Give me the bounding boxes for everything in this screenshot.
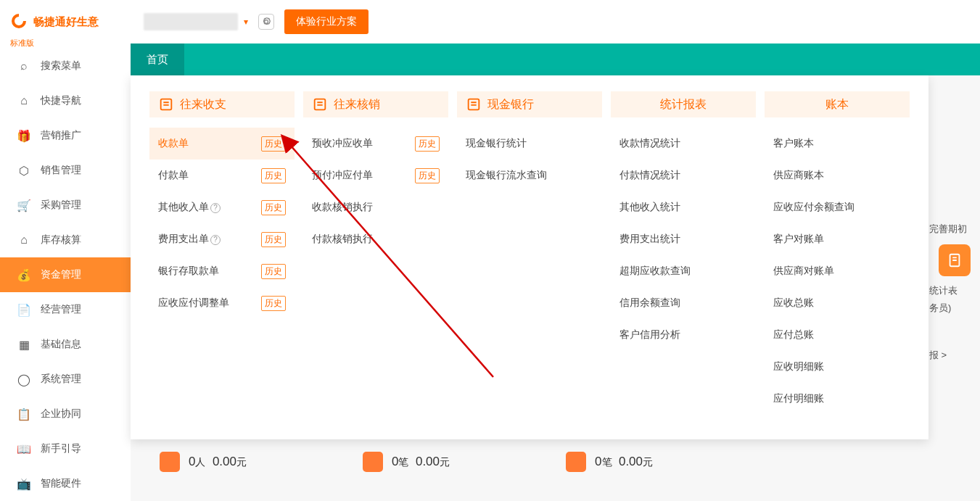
stat-2: 0笔 0.00元 [566, 452, 653, 472]
megamenu-item[interactable]: 预付冲应付单历史 [303, 160, 448, 191]
history-tag[interactable]: 历史 [261, 296, 286, 311]
megamenu-item[interactable]: 收款单历史 [149, 128, 295, 160]
megamenu-item-label: 应收明细账 [773, 360, 824, 373]
megamenu-item[interactable]: 付款情况统计 [611, 160, 756, 191]
megamenu-item[interactable]: 超期应收款查询 [611, 255, 756, 287]
sidebar-item-12[interactable]: 📺智能硬件 [0, 466, 131, 501]
stat-icon [363, 452, 383, 472]
sidebar-item-10[interactable]: 📋企业协同 [0, 397, 131, 431]
megamenu-item[interactable]: 银行存取款单历史 [149, 255, 295, 287]
doc-icon[interactable] [939, 244, 971, 276]
sidebar-icon: 📖 [17, 442, 30, 455]
megamenu-item[interactable]: 付款单历史 [149, 160, 295, 191]
megamenu-item[interactable]: 预收冲应收单历史 [303, 128, 448, 160]
stat-icon [160, 452, 180, 472]
sidebar-icon: 🛒 [17, 199, 30, 212]
history-tag[interactable]: 历史 [415, 136, 440, 152]
sidebar-item-1[interactable]: ⌂快捷导航 [0, 83, 131, 118]
topbar: ▾ 体验行业方案 [131, 0, 980, 44]
sidebar-item-label: 营销推广 [41, 129, 81, 142]
try-plan-button[interactable]: 体验行业方案 [284, 9, 368, 34]
sidebar-item-8[interactable]: ▦基础信息 [0, 327, 131, 362]
sidebar-item-label: 资金管理 [41, 268, 81, 281]
megamenu-item-label: 应收应付调整单 [158, 297, 229, 310]
sidebar-item-label: 系统管理 [41, 373, 81, 386]
megamenu-item[interactable]: 应收明细账 [765, 351, 910, 383]
sidebar-icon: 📋 [17, 407, 30, 421]
megamenu-item-label: 应收应付余额查询 [773, 201, 855, 214]
megamenu-item-label: 供应商对账单 [773, 265, 834, 278]
megamenu-item-label: 超期应收款查询 [619, 265, 691, 278]
gear-icon[interactable] [258, 14, 274, 30]
sidebar-icon: ◯ [17, 373, 30, 386]
brand-edition: 标准版 [10, 38, 131, 49]
megamenu-item-label: 预收冲应收单 [312, 137, 373, 150]
sidebar-icon: ⬡ [17, 164, 30, 177]
megamenu-item-label: 收款核销执行 [312, 201, 373, 214]
megamenu-item[interactable]: 供应商账本 [765, 160, 910, 191]
sidebar-item-4[interactable]: 🛒采购管理 [0, 188, 131, 223]
megamenu-col-1: 往来核销预收冲应收单历史预付冲应付单历史收款核销执行付款核销执行 [303, 91, 448, 415]
sidebar-item-5[interactable]: ⌂库存核算 [0, 223, 131, 257]
megamenu-item-label: 信用余额查询 [619, 297, 680, 310]
sidebar-item-label: 快捷导航 [41, 94, 81, 107]
sidebar-item-2[interactable]: 🎁营销推广 [0, 118, 131, 153]
megamenu-item-label: 现金银行统计 [466, 137, 527, 150]
sidebar-item-label: 采购管理 [41, 199, 81, 212]
megamenu-item[interactable]: 客户账本 [765, 128, 910, 160]
history-tag[interactable]: 历史 [261, 136, 286, 152]
megamenu-item-label: 其他收入统计 [619, 201, 680, 214]
history-tag[interactable]: 历史 [261, 264, 286, 279]
history-tag[interactable]: 历史 [261, 168, 286, 183]
megamenu-item[interactable]: 费用支出单?历史 [149, 223, 295, 255]
megamenu-col-0: 往来收支收款单历史付款单历史其他收入单?历史费用支出单?历史银行存取款单历史应收… [149, 91, 295, 415]
tab-home[interactable]: 首页 [131, 44, 184, 75]
stat-text: 0笔 0.00元 [595, 455, 653, 469]
sidebar-item-6[interactable]: 💰资金管理 [0, 257, 131, 292]
megamenu-item-label: 收款情况统计 [619, 137, 680, 150]
history-tag[interactable]: 历史 [415, 168, 440, 183]
megamenu-item[interactable]: 现金银行统计 [457, 128, 602, 160]
megamenu-item[interactable]: 现金银行流水查询 [457, 160, 602, 191]
megamenu-item[interactable]: 应收总账 [765, 287, 910, 319]
megamenu-item-label: 客户账本 [773, 137, 814, 150]
megamenu-item[interactable]: 收款情况统计 [611, 128, 756, 160]
sidebar-icon: ⌂ [17, 233, 30, 247]
sidebar-icon: ⌕ [17, 59, 30, 73]
stat-icon [566, 452, 586, 472]
megamenu-item[interactable]: 应收应付余额查询 [765, 191, 910, 223]
history-tag[interactable]: 历史 [261, 232, 286, 247]
sidebar-item-3[interactable]: ⬡销售管理 [0, 153, 131, 188]
sidebar-item-0[interactable]: ⌕搜索菜单 [0, 49, 131, 83]
sidebar-icon: 📺 [17, 477, 30, 490]
megamenu-item[interactable]: 其他收入统计 [611, 191, 756, 223]
sidebar-icon: 📄 [17, 303, 30, 316]
megamenu-item[interactable]: 收款核销执行 [303, 191, 448, 223]
help-icon[interactable]: ? [210, 235, 221, 245]
history-tag[interactable]: 历史 [261, 200, 286, 215]
stat-0: 0人 0.00元 [160, 452, 247, 472]
megamenu-item[interactable]: 付款核销执行 [303, 223, 448, 255]
megamenu-item-label: 应收总账 [773, 297, 814, 310]
sidebar: 畅捷通好生意 标准版 ⌕搜索菜单⌂快捷导航🎁营销推广⬡销售管理🛒采购管理⌂库存核… [0, 0, 131, 501]
megamenu-item[interactable]: 客户信用分析 [611, 319, 756, 351]
sidebar-item-label: 基础信息 [41, 338, 81, 351]
megamenu-item[interactable]: 信用余额查询 [611, 287, 756, 319]
megamenu-item-label: 费用支出统计 [619, 233, 680, 246]
help-icon[interactable]: ? [210, 203, 221, 213]
sidebar-item-9[interactable]: ◯系统管理 [0, 362, 131, 397]
megamenu-item[interactable]: 应付总账 [765, 319, 910, 351]
org-selector[interactable]: ▾ [144, 13, 248, 30]
megamenu-item-label: 客户信用分析 [619, 328, 680, 341]
megamenu-item-label: 付款核销执行 [312, 233, 373, 246]
right-hints: 完善期初 统计表 务员) 报 > [929, 170, 980, 365]
org-name-blurred [144, 13, 238, 30]
megamenu-item[interactable]: 客户对账单 [765, 223, 910, 255]
megamenu-item[interactable]: 应付明细账 [765, 383, 910, 415]
megamenu-item[interactable]: 供应商对账单 [765, 255, 910, 287]
megamenu-item[interactable]: 应收应付调整单历史 [149, 287, 295, 319]
megamenu-item[interactable]: 其他收入单?历史 [149, 191, 295, 223]
sidebar-item-7[interactable]: 📄经营管理 [0, 292, 131, 327]
sidebar-item-11[interactable]: 📖新手引导 [0, 431, 131, 466]
megamenu-item[interactable]: 费用支出统计 [611, 223, 756, 255]
